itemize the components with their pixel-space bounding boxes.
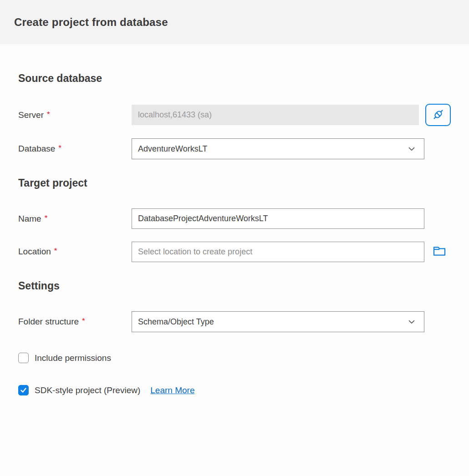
- browse-location-button[interactable]: [429, 241, 450, 262]
- database-dropdown-value: AdventureWorksLT: [138, 144, 207, 154]
- include-permissions-checkbox[interactable]: [18, 353, 29, 363]
- project-name-row: Name*: [18, 208, 451, 229]
- server-row: Server*: [18, 104, 451, 126]
- dialog-header: Create project from database: [0, 0, 469, 44]
- folder-structure-label: Folder structure*: [18, 317, 132, 327]
- section-heading-target-project: Target project: [18, 177, 451, 189]
- project-location-input[interactable]: [132, 242, 424, 262]
- required-asterisk: *: [58, 144, 61, 152]
- server-input: [132, 105, 419, 125]
- required-asterisk: *: [47, 110, 50, 119]
- server-label: Server*: [18, 110, 132, 120]
- learn-more-link[interactable]: Learn More: [150, 385, 194, 395]
- database-label: Database*: [18, 144, 132, 154]
- database-row: Database* AdventureWorksLT: [18, 138, 451, 159]
- chevron-down-icon: [407, 144, 417, 154]
- project-name-label: Name*: [18, 214, 132, 224]
- connect-server-button[interactable]: [425, 104, 451, 126]
- section-heading-source-database: Source database: [18, 72, 451, 85]
- sdk-style-project-row: SDK-style project (Preview) Learn More: [18, 385, 451, 395]
- folder-structure-dropdown[interactable]: Schema/Object Type: [132, 311, 424, 332]
- section-heading-settings: Settings: [18, 280, 451, 292]
- folder-structure-row: Folder structure* Schema/Object Type: [18, 311, 451, 332]
- folder-structure-dropdown-value: Schema/Object Type: [138, 317, 214, 327]
- folder-icon: [432, 244, 447, 260]
- plug-icon: [431, 107, 445, 123]
- required-asterisk: *: [45, 214, 48, 223]
- project-location-label: Location*: [18, 247, 132, 257]
- sdk-style-project-label: SDK-style project (Preview): [35, 385, 140, 395]
- dialog-title: Create project from database: [14, 16, 168, 29]
- project-location-row: Location*: [18, 241, 451, 262]
- required-asterisk: *: [54, 247, 57, 255]
- database-dropdown[interactable]: AdventureWorksLT: [132, 138, 424, 159]
- include-permissions-row: Include permissions: [18, 353, 451, 363]
- required-asterisk: *: [82, 317, 85, 325]
- include-permissions-label: Include permissions: [35, 353, 111, 363]
- sdk-style-project-checkbox[interactable]: [18, 385, 29, 395]
- project-name-input[interactable]: [132, 208, 424, 229]
- chevron-down-icon: [407, 317, 417, 327]
- dialog-content: Source database Server* Database*: [0, 44, 469, 414]
